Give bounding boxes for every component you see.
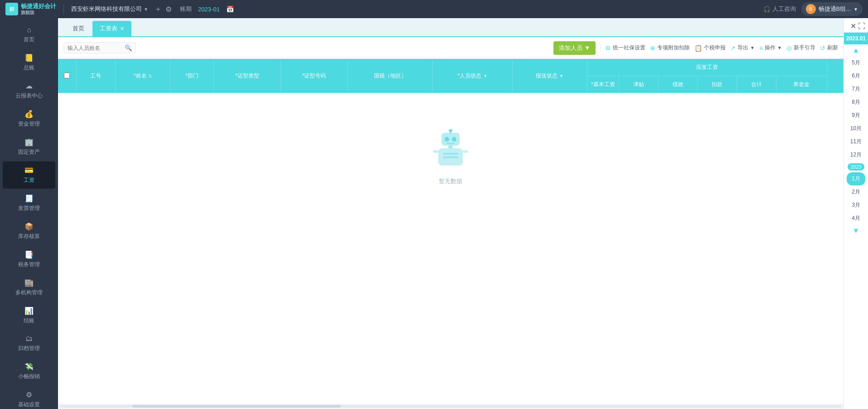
month-item-11[interactable]: 11月 [844, 135, 868, 148]
horizontal-scrollbar[interactable] [58, 404, 844, 409]
top-right: 🎧 人工咨询 B 畅捷通B组... ▼ [763, 2, 863, 16]
tax-report-action[interactable]: 📋 个税申报 [694, 44, 726, 52]
month-item-7[interactable]: 7月 [844, 83, 868, 96]
month-item-10[interactable]: 10月 [844, 122, 868, 135]
sidebar-label-inventory: 库存核算 [18, 233, 40, 240]
new-guide-action[interactable]: ◎ 新手引导 [786, 44, 815, 52]
empty-state-illustration [430, 129, 471, 170]
operations-action[interactable]: ≡ 操作 ▼ [759, 44, 782, 52]
sidebar-label-expense: 小畅报销 [18, 373, 40, 380]
search-input[interactable] [68, 45, 122, 51]
th-id-type: *证型类型 [214, 59, 281, 93]
add-person-button[interactable]: 添加人员 ▼ [553, 41, 596, 55]
month-item-5[interactable]: 5月 [844, 56, 868, 69]
user-button[interactable]: B 畅捷通B组... ▼ [801, 2, 863, 16]
ledger-icon: 📒 [24, 54, 34, 62]
special-deduct-action[interactable]: ⊕ 专项附加扣除 [650, 44, 690, 52]
month-item-9[interactable]: 9月 [844, 109, 868, 122]
sidebar-item-expense[interactable]: 💸 小畅报销 [3, 358, 55, 385]
sidebar-item-invoice[interactable]: 🧾 发票管理 [3, 190, 55, 217]
fund-icon: 💰 [24, 110, 34, 118]
scrollbar-thumb[interactable] [132, 405, 341, 408]
fixed-assets-icon: 🏢 [24, 138, 34, 146]
sidebar-item-inventory[interactable]: 📦 库存核算 [3, 218, 55, 245]
th-nationality: 国籍（地区） [348, 59, 433, 93]
th-dept: *部门 [170, 59, 214, 93]
svg-rect-4 [448, 146, 453, 148]
right-panel-top: ✕ ⛶ [844, 20, 868, 33]
app-name: 畅捷通好会计 [21, 3, 56, 10]
company-dropdown-icon: ▼ [144, 7, 148, 12]
tab-salary[interactable]: 工资表 ✕ [92, 21, 131, 36]
sidebar-label-close: 结账 [24, 317, 34, 325]
year-2023-badge: 2023 [848, 163, 864, 170]
right-panel-up-arrow[interactable]: ▲ [851, 44, 862, 56]
empty-state: 暂无数据 [58, 93, 844, 222]
new-guide-icon: ◎ [786, 44, 792, 52]
status-filter-icon[interactable]: ▼ [483, 73, 488, 78]
scrollbar-track [60, 405, 842, 408]
month-item-8[interactable]: 8月 [844, 96, 868, 109]
sidebar-item-salary[interactable]: 💳 工资 [3, 161, 55, 189]
logo-icon: 好 [5, 3, 18, 15]
export-action[interactable]: ↗ 导出 ▼ [730, 44, 755, 52]
settings-icon[interactable]: ⚙ [165, 5, 172, 14]
month-item-12[interactable]: 12月 [844, 148, 868, 161]
social-security-action[interactable]: ⚙ 统一社保设置 [605, 44, 645, 52]
th-allowance: 津贴 [619, 76, 658, 93]
month-item-6[interactable]: 6月 [844, 69, 868, 83]
right-panel-expand-icon[interactable]: ⛶ [858, 22, 865, 30]
period-label: 账期 [180, 5, 192, 13]
month-item-3[interactable]: 3月 [844, 199, 868, 212]
sidebar-label-archive: 归档管理 [18, 345, 40, 352]
select-all-checkbox[interactable] [64, 73, 70, 78]
inventory-icon: 📦 [24, 222, 34, 231]
sidebar-label-tax: 税务管理 [18, 261, 40, 268]
sidebar-item-fund[interactable]: 💰 资金管理 [3, 105, 55, 132]
new-guide-label: 新手引导 [794, 44, 815, 52]
company-name: 西安虾米网络科技有限公司 [71, 5, 142, 13]
sidebar-item-archive[interactable]: 🗂 归档管理 [3, 330, 55, 357]
tab-close-icon[interactable]: ✕ [120, 26, 124, 32]
report-status-filter-icon[interactable]: ▼ [559, 73, 564, 78]
app-edition: 旗舰版 [21, 10, 56, 15]
sidebar-item-fixed-assets[interactable]: 🏢 固定资产 [3, 133, 55, 161]
export-label: 导出 [737, 44, 748, 52]
headset-icon: 🎧 [763, 6, 771, 13]
svg-rect-11 [463, 150, 468, 153]
search-icon: 🔍 [125, 44, 132, 51]
social-security-label: 统一社保设置 [613, 44, 645, 52]
company-selector[interactable]: 西安虾米网络科技有限公司 ▼ [71, 5, 148, 13]
add-person-label: 添加人员 [559, 44, 582, 52]
sidebar-item-close[interactable]: 📊 结账 [3, 302, 55, 329]
invoice-icon: 🧾 [24, 194, 34, 203]
sidebar-item-tax[interactable]: 📑 税务管理 [3, 246, 55, 273]
support-button[interactable]: 🎧 人工咨询 [763, 5, 796, 13]
tab-home[interactable]: 首页 [65, 21, 92, 36]
tab-salary-label: 工资表 [100, 24, 117, 33]
right-panel-down-arrow[interactable]: ▼ [851, 225, 862, 237]
name-sort-icon[interactable]: ⇅ [148, 73, 152, 78]
refresh-icon: ↺ [820, 44, 825, 52]
toolbar-right: 添加人员 ▼ ⚙ 统一社保设置 ⊕ 专项附加扣除 📋 个税申报 ↗ [553, 41, 838, 55]
calendar-icon[interactable]: 📅 [226, 5, 234, 13]
sidebar-item-ledger[interactable]: 📒 总账 [3, 49, 55, 76]
toolbar: 🔍 添加人员 ▼ ⚙ 统一社保设置 ⊕ 专项附加扣除 📋 个税申 [58, 37, 844, 59]
sidebar-item-home[interactable]: ⌂ 首页 [3, 21, 55, 48]
add-company-icon[interactable]: ＋ [155, 5, 162, 14]
sidebar-item-multi-org[interactable]: 🏬 多机构管理 [3, 274, 55, 301]
sidebar-item-cloud-report[interactable]: ☁ 云报表中心 [3, 77, 55, 104]
period-value[interactable]: 2023-01 [198, 6, 220, 13]
sidebar-item-settings[interactable]: ⚙ 基础设置 [3, 386, 55, 409]
empty-state-row: 暂无数据 [58, 93, 844, 222]
operations-icon: ≡ [759, 44, 763, 52]
right-panel-close-icon[interactable]: ✕ [850, 22, 856, 30]
export-chevron-icon: ▼ [750, 45, 755, 50]
basic-settings-icon: ⚙ [26, 390, 32, 399]
refresh-action[interactable]: ↺ 刷新 [820, 44, 838, 52]
month-item-1-active[interactable]: 1月 [847, 172, 865, 185]
multi-org-icon: 🏬 [24, 278, 34, 287]
month-item-4[interactable]: 4月 [844, 212, 868, 225]
month-item-2[interactable]: 2月 [844, 185, 868, 199]
svg-rect-7 [443, 156, 458, 158]
